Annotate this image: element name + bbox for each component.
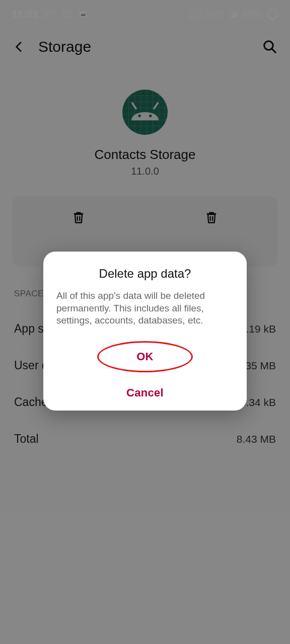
ok-highlight-annotation: OK — [97, 341, 193, 372]
dialog-message: All of this app's data will be deleted p… — [56, 290, 234, 327]
dialog-title: Delete app data? — [56, 267, 234, 281]
ok-button[interactable]: OK — [136, 350, 154, 363]
delete-data-dialog: Delete app data? All of this app's data … — [43, 252, 247, 411]
cancel-button[interactable]: Cancel — [126, 386, 164, 399]
